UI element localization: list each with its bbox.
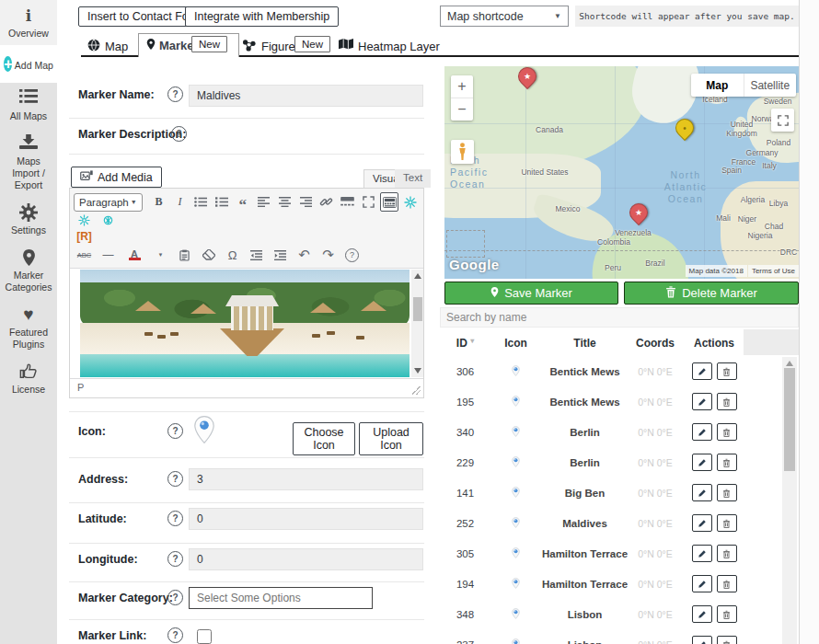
figures-new-button[interactable]: New xyxy=(294,36,330,52)
map-shortcode-select[interactable]: Map shortcode ▼ xyxy=(440,6,569,27)
edit-marker-row-button[interactable] xyxy=(692,636,712,644)
delete-marker-row-button[interactable] xyxy=(717,575,737,592)
column-header-id[interactable]: ID ▾ xyxy=(440,337,490,350)
longitude-help-icon[interactable]: ? xyxy=(167,551,183,567)
editor-resize-grip[interactable] xyxy=(411,385,421,395)
address-input[interactable] xyxy=(189,468,423,490)
blockquote-button[interactable]: “ xyxy=(234,190,252,214)
outdent-button[interactable] xyxy=(246,246,267,265)
text-color-caret-icon[interactable]: ▼ xyxy=(150,246,171,265)
paragraph-format-select[interactable]: Paragraph▼ xyxy=(74,193,143,212)
scroll-down-icon[interactable] xyxy=(414,368,421,374)
marker-description-help-icon[interactable]: ? xyxy=(171,126,187,142)
redo-button[interactable]: ↷ xyxy=(317,246,339,265)
sidebar-item-license[interactable]: License xyxy=(0,356,57,401)
delete-marker-row-button[interactable] xyxy=(717,514,737,532)
special-character-button[interactable]: Ω xyxy=(222,246,243,265)
editor-scrollbar-thumb[interactable] xyxy=(413,297,422,321)
link-icon-button[interactable] xyxy=(317,192,336,212)
search-by-name-input[interactable] xyxy=(440,307,799,328)
delete-marker-row-button[interactable] xyxy=(717,362,737,380)
tab-figures[interactable]: Figures xyxy=(242,39,301,54)
editor-text-tab[interactable]: Text xyxy=(395,169,431,188)
map-canvas[interactable]: North Pacific Ocean North Atlantic Ocean… xyxy=(444,66,799,279)
edit-marker-row-button[interactable] xyxy=(692,423,712,441)
edit-marker-row-button[interactable] xyxy=(692,575,712,592)
undo-button[interactable]: ↶ xyxy=(294,246,315,265)
sidebar-item-marker-categories[interactable]: Marker Categories xyxy=(0,242,57,299)
bold-button[interactable]: B xyxy=(150,192,168,212)
sidebar-item-settings[interactable]: Settings xyxy=(0,197,57,242)
sidebar-item-all-maps[interactable]: All Maps xyxy=(0,83,57,128)
column-header-title[interactable]: Title xyxy=(541,337,629,350)
map-marker-pin[interactable]: ★ xyxy=(626,200,652,225)
latitude-input[interactable] xyxy=(189,508,423,530)
scroll-up-icon[interactable] xyxy=(414,273,421,279)
strikethrough-button[interactable]: ABC xyxy=(74,246,95,265)
toolbar-toggle-button[interactable] xyxy=(380,192,398,212)
page-scrollbar-track[interactable] xyxy=(800,0,819,644)
tab-heatmap-layer[interactable]: Heatmap Layer xyxy=(339,39,440,53)
edit-marker-row-button[interactable] xyxy=(692,393,712,410)
choose-icon-button[interactable]: Choose Icon xyxy=(293,422,355,455)
upload-icon-button[interactable]: Upload Icon xyxy=(359,422,423,455)
delete-marker-row-button[interactable] xyxy=(717,423,737,441)
zoom-in-button[interactable]: + xyxy=(451,75,473,98)
sidebar-item-featured-plugins[interactable]: ♥ Featured Plugins xyxy=(0,299,57,356)
edit-marker-row-button[interactable] xyxy=(692,454,712,471)
plugin-shortcode-icon-3[interactable] xyxy=(98,211,119,230)
edit-marker-row-button[interactable] xyxy=(692,545,712,562)
numbered-list-button[interactable] xyxy=(213,192,231,212)
edit-marker-row-button[interactable] xyxy=(692,514,712,532)
table-scrollbar[interactable] xyxy=(782,357,797,644)
tab-map[interactable]: Map xyxy=(87,39,128,54)
delete-marker-button[interactable]: Delete Marker xyxy=(624,282,799,305)
keyboard-shortcuts-help-button[interactable]: ? xyxy=(341,246,363,265)
italic-button[interactable]: I xyxy=(171,192,190,212)
paste-as-text-button[interactable] xyxy=(174,246,195,265)
map-type-map-button[interactable]: Map xyxy=(691,74,744,97)
horizontal-rule-button[interactable]: — xyxy=(98,246,119,265)
clear-formatting-button[interactable] xyxy=(198,246,219,265)
marker-link-help-icon[interactable]: ? xyxy=(167,627,183,643)
fullscreen-button[interactable] xyxy=(360,192,378,212)
map-fullscreen-button[interactable] xyxy=(771,109,794,132)
column-header-icon[interactable]: Icon xyxy=(490,337,541,350)
indent-button[interactable] xyxy=(270,246,291,265)
delete-marker-row-button[interactable] xyxy=(717,393,737,410)
marker-link-checkbox[interactable] xyxy=(197,629,212,644)
table-scroll-up-icon[interactable] xyxy=(786,361,793,366)
editor-content-area[interactable] xyxy=(70,269,423,379)
column-header-coords[interactable]: Coords xyxy=(629,337,682,350)
edit-marker-row-button[interactable] xyxy=(692,605,712,623)
r-shortcode-button[interactable]: [R] xyxy=(74,227,95,247)
delete-marker-row-button[interactable] xyxy=(717,484,737,501)
longitude-input[interactable] xyxy=(189,548,423,570)
save-marker-button[interactable]: Save Marker xyxy=(444,282,618,305)
delete-marker-row-button[interactable] xyxy=(717,454,737,471)
marker-category-help-icon[interactable]: ? xyxy=(167,590,183,605)
delete-marker-row-button[interactable] xyxy=(717,605,737,623)
edit-marker-row-button[interactable] xyxy=(692,362,712,380)
zoom-out-button[interactable]: − xyxy=(451,98,473,121)
marker-category-input[interactable] xyxy=(189,587,373,609)
sidebar-item-overview[interactable]: i Overview xyxy=(0,0,57,45)
bullet-list-button[interactable] xyxy=(191,192,210,212)
sidebar-item-maps-import-export[interactable]: Maps Import / Export xyxy=(0,128,57,197)
marker-name-input[interactable] xyxy=(189,85,423,107)
add-media-button[interactable]: Add Media xyxy=(71,167,162,188)
more-tag-button[interactable] xyxy=(339,192,357,212)
table-scrollbar-thumb[interactable] xyxy=(784,368,795,471)
map-marker-pin[interactable]: • xyxy=(672,115,698,141)
align-right-button[interactable] xyxy=(296,192,315,212)
editor-scrollbar[interactable] xyxy=(411,270,423,377)
address-help-icon[interactable]: ? xyxy=(167,471,183,487)
text-color-button[interactable]: A xyxy=(121,246,147,265)
latitude-help-icon[interactable]: ? xyxy=(167,511,183,526)
delete-marker-row-button[interactable] xyxy=(717,636,737,644)
terms-of-use-link[interactable]: Terms of Use xyxy=(748,265,799,277)
icon-help-icon[interactable]: ? xyxy=(167,423,183,439)
align-center-button[interactable] xyxy=(275,192,294,212)
markers-new-button[interactable]: New xyxy=(191,36,227,52)
delete-marker-row-button[interactable] xyxy=(717,545,737,562)
